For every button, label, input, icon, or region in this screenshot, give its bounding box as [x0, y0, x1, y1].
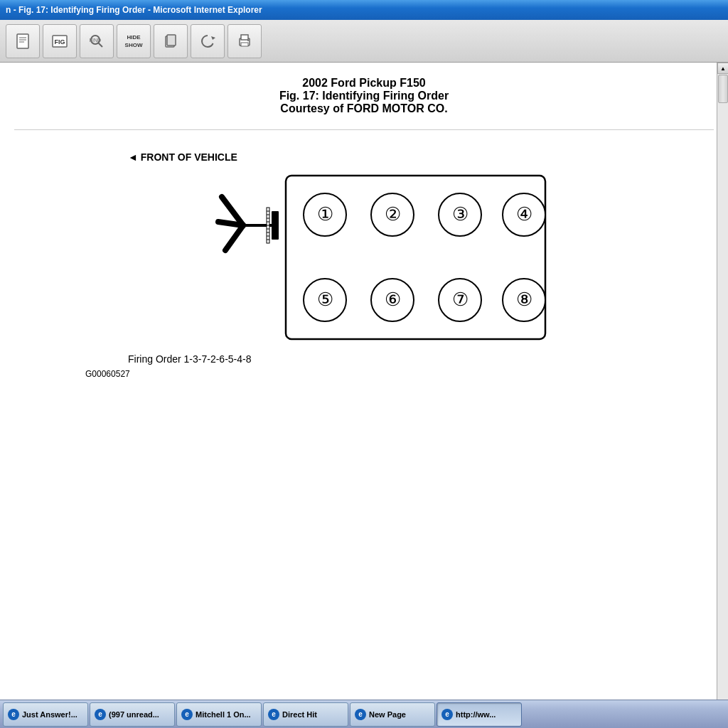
svg-point-15	[247, 40, 249, 41]
svg-text:③: ③	[452, 203, 469, 225]
taskbar-label-3: Mitchell 1 On...	[196, 710, 251, 719]
title-divider	[14, 129, 714, 130]
refresh-icon	[199, 33, 216, 50]
ie-icon-3: e	[181, 709, 193, 720]
svg-text:FIND: FIND	[90, 38, 101, 43]
print-icon	[236, 33, 253, 50]
scroll-thumb[interactable]	[718, 75, 728, 103]
svg-rect-10	[167, 35, 176, 46]
hideshow-label: HIDE	[127, 34, 140, 41]
code-ref: G00060527	[85, 369, 130, 379]
taskbar-label-4: Direct Hit	[282, 710, 317, 719]
diagram-area: ◄ FRONT OF VEHICLE	[43, 151, 714, 379]
ie-icon-2: e	[95, 709, 106, 720]
taskbar-label-6: http://ww...	[456, 710, 496, 719]
front-label-text: ◄ FRONT OF VEHICLE	[128, 151, 237, 163]
title-bar: n - Fig. 17: Identifying Firing Order - …	[0, 0, 728, 20]
taskbar-mitchell[interactable]: e Mitchell 1 On...	[176, 702, 262, 727]
svg-marker-11	[211, 36, 215, 40]
svg-text:①: ①	[317, 203, 333, 225]
print-btn[interactable]	[228, 24, 262, 58]
front-of-vehicle-label: ◄ FRONT OF VEHICLE	[128, 151, 237, 163]
copy-btn[interactable]	[154, 24, 188, 58]
engine-block-svg: ① ② ③ ④ ⑤ ⑥ ⑦	[282, 168, 552, 346]
taskbar-label-2: (997 unread...	[109, 710, 159, 719]
svg-text:④: ④	[516, 203, 532, 225]
svg-text:FIG: FIG	[55, 38, 65, 46]
svg-line-17	[218, 222, 243, 225]
taskbar-current[interactable]: e http://ww...	[437, 702, 522, 727]
fig-icon: FIG	[51, 34, 68, 48]
hideshow-btn[interactable]: HIDE SHOW	[117, 24, 151, 58]
taskbar-directhit[interactable]: e Direct Hit	[263, 702, 348, 727]
taskbar-997[interactable]: e (997 unread...	[90, 702, 175, 727]
taskbar-justanswer[interactable]: e Just Answer!...	[3, 702, 88, 727]
svg-rect-20	[272, 211, 279, 240]
title-line2: Fig. 17: Identifying Firing Order	[14, 90, 714, 102]
page-icon	[14, 33, 31, 50]
doc-title: 2002 Ford Pickup F150 Fig. 17: Identifyi…	[14, 77, 714, 115]
title-bar-text: n - Fig. 17: Identifying Firing Order - …	[6, 5, 262, 15]
taskbar-label-5: New Page	[369, 710, 406, 719]
svg-rect-14	[241, 43, 248, 46]
toolbar: FIG FIND HIDE SHOW	[0, 20, 728, 63]
title-line3: Courtesy of FORD MOTOR CO.	[14, 102, 714, 115]
svg-text:②: ②	[385, 203, 401, 225]
svg-text:⑧: ⑧	[516, 289, 532, 310]
taskbar-newpage[interactable]: e New Page	[350, 702, 435, 727]
copy-icon	[162, 33, 179, 50]
svg-text:⑦: ⑦	[452, 289, 469, 310]
fig-btn[interactable]: FIG	[43, 24, 77, 58]
hideshow-label2: SHOW	[125, 42, 143, 48]
find-btn[interactable]: FIND	[80, 24, 114, 58]
ie-icon-6: e	[441, 709, 453, 720]
engine-diagram-container: ① ② ③ ④ ⑤ ⑥ ⑦	[204, 168, 552, 346]
ie-icon-4: e	[268, 709, 279, 720]
ie-icon-5: e	[355, 709, 366, 720]
scroll-up-btn[interactable]: ▲	[717, 63, 728, 74]
svg-line-7	[99, 43, 103, 47]
svg-line-18	[225, 225, 243, 250]
main-content: 2002 Ford Pickup F150 Fig. 17: Identifyi…	[0, 63, 728, 700]
svg-text:⑥: ⑥	[385, 289, 401, 310]
taskbar-label-1: Just Answer!...	[22, 710, 77, 719]
firing-order-text: Firing Order 1-3-7-2-6-5-4-8	[128, 353, 252, 365]
svg-text:⑤: ⑤	[317, 289, 333, 310]
find-icon: FIND	[88, 33, 105, 50]
svg-rect-0	[17, 34, 28, 48]
scrollbar[interactable]: ▲	[717, 63, 728, 700]
ie-icon-1: e	[8, 709, 19, 720]
refresh-btn[interactable]	[191, 24, 225, 58]
title-line1: 2002 Ford Pickup F150	[14, 77, 714, 90]
taskbar: e Just Answer!... e (997 unread... e Mit…	[0, 700, 728, 728]
crankshaft-svg	[204, 168, 282, 346]
page-btn[interactable]	[6, 24, 40, 58]
svg-rect-13	[241, 35, 248, 40]
